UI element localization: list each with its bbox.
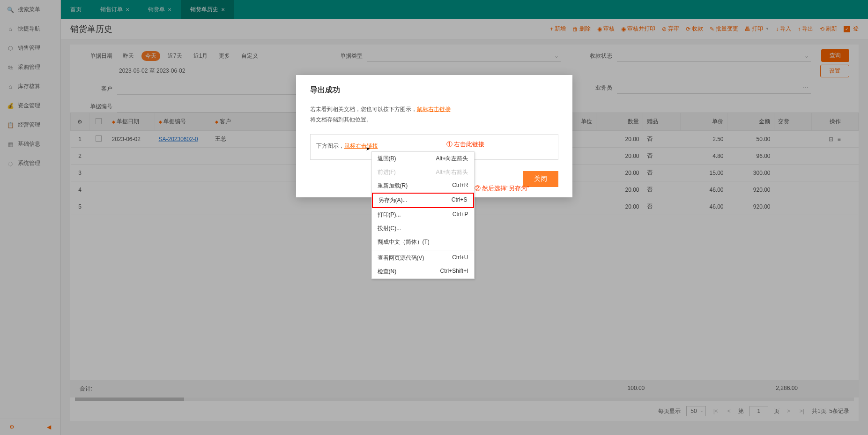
ctx-item: 查看网页源代码(V)Ctrl+U	[372, 251, 474, 265]
cursor-icon: ➤	[366, 146, 370, 152]
export-success-modal: 导出成功 若未看到相关文档，您也可以按下方图示，鼠标右击链接 将文档存储到其他位…	[296, 75, 572, 197]
annotation-1: ① 右击此链接	[446, 140, 485, 149]
ctx-item: 打印(P)...Ctrl+P	[372, 208, 474, 222]
right-click-link[interactable]: 鼠标右击链接	[417, 106, 451, 112]
ctx-item: 另存为(A)...Ctrl+S	[372, 193, 474, 208]
modal-description: 若未看到相关文档，您也可以按下方图示，鼠标右击链接 将文档存储到其他位置。	[310, 105, 558, 125]
ctx-item: 前进(F)Alt+向右箭头	[372, 165, 474, 179]
ctx-item: 检查(N)Ctrl+Shift+I	[372, 265, 474, 278]
ctx-item: 返回(B)Alt+向左箭头	[372, 152, 474, 165]
context-menu-example: 返回(B)Alt+向左箭头前进(F)Alt+向右箭头重新加载(R)Ctrl+R另…	[371, 151, 475, 279]
modal-title: 导出成功	[310, 85, 558, 95]
ctx-item: 投射(C)...	[372, 222, 474, 235]
ctx-item: 重新加载(R)Ctrl+R	[372, 179, 474, 193]
instruction-image: 下方图示，鼠标右击链接 ➤ ① 右击此链接 ② 然后选择"另存为" 返回(B)A…	[310, 134, 558, 160]
annotation-2: ② 然后选择"另存为"	[475, 184, 529, 193]
ctx-item: 翻成中文（简体）(T)	[372, 235, 474, 249]
